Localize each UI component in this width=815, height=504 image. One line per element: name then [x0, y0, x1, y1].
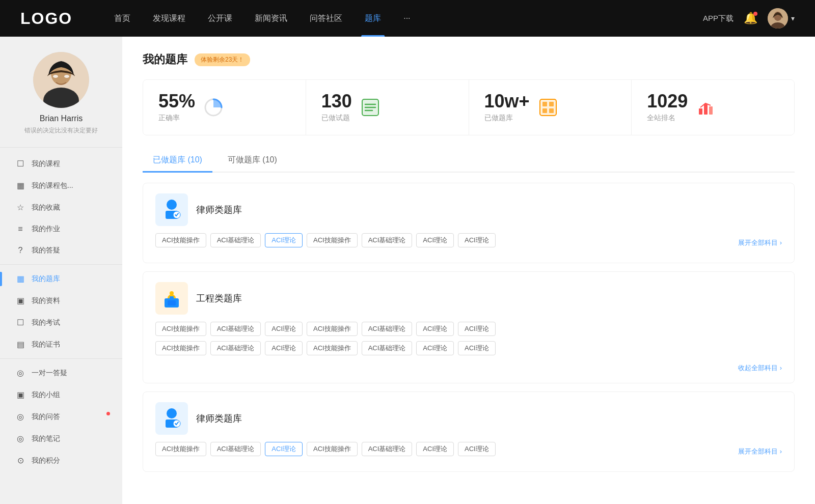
- questions-icon: ◎: [15, 412, 25, 422]
- bank-card-engineer1-header: 工程类题库: [155, 282, 782, 315]
- bank-engineer1-footer: 收起全部科目 ›: [155, 360, 782, 373]
- notification-bell[interactable]: 🔔: [744, 12, 757, 25]
- sidebar-item-group[interactable]: ▣ 我的小组: [0, 384, 122, 406]
- eng-tag2-1[interactable]: ACI基础理论: [210, 341, 261, 355]
- eng-tag2-3[interactable]: ACI技能操作: [307, 341, 358, 355]
- bank-tags-engineer1-row2: ACI技能操作 ACI基础理论 ACI理论 ACI技能操作 ACI基础理论 AC…: [155, 341, 782, 355]
- eng-tag-1[interactable]: ACI基础理论: [210, 322, 261, 336]
- nav-discover[interactable]: 发现课程: [142, 0, 197, 37]
- nav-questionbank[interactable]: 题库: [354, 0, 392, 37]
- bank-icon-engineer: [155, 282, 188, 315]
- sidebar-item-certificate[interactable]: ▤ 我的证书: [0, 333, 122, 355]
- course-icon: ☐: [15, 159, 25, 169]
- l2-tag-6[interactable]: ACI理论: [458, 442, 496, 456]
- bank-title-engineer1: 工程类题库: [196, 292, 242, 304]
- eng-tag-5[interactable]: ACI理论: [416, 322, 454, 336]
- eng-tag-6[interactable]: ACI理论: [458, 322, 496, 336]
- tabs-row: 已做题库 (10) 可做题库 (10): [143, 150, 795, 173]
- eng-tag2-0[interactable]: ACI技能操作: [155, 341, 206, 355]
- bank-tags-lawyer2: ACI技能操作 ACI基础理论 ACI理论 ACI技能操作 ACI基础理论 AC…: [155, 442, 738, 456]
- group-icon: ▣: [15, 390, 25, 400]
- profile-motto: 错误的决定比没有决定要好: [24, 126, 98, 135]
- sidebar-item-favorites[interactable]: ☆ 我的收藏: [0, 197, 122, 218]
- eng-tag2-2[interactable]: ACI理论: [265, 341, 303, 355]
- l2-tag-4[interactable]: ACI基础理论: [362, 442, 413, 456]
- homework-icon: ≡: [15, 225, 25, 234]
- sidebar-item-materials[interactable]: ▣ 我的资料: [0, 290, 122, 312]
- sidebar-item-questions[interactable]: ◎ 我的问答: [0, 406, 122, 428]
- tab-available-banks[interactable]: 可做题库 (10): [218, 150, 287, 172]
- sidebar-item-points[interactable]: ⊙ 我的积分: [0, 450, 122, 471]
- eng-tag2-4[interactable]: ACI基础理论: [362, 341, 413, 355]
- sidebar-item-exam[interactable]: ☐ 我的考试: [0, 312, 122, 333]
- l2-tag-3[interactable]: ACI技能操作: [307, 442, 358, 456]
- sidebar-item-qa[interactable]: ? 我的答疑: [0, 240, 122, 261]
- expand-lawyer2[interactable]: 展开全部科目 ›: [738, 447, 782, 456]
- sidebar-item-1on1[interactable]: ◎ 一对一答疑: [0, 362, 122, 384]
- l2-tag-2[interactable]: ACI理论: [265, 442, 303, 456]
- tag-6[interactable]: ACI理论: [458, 233, 496, 247]
- sidebar-item-course[interactable]: ☐ 我的课程: [0, 153, 122, 175]
- tab-done-banks[interactable]: 已做题库 (10): [143, 150, 212, 172]
- svg-rect-19: [542, 108, 547, 113]
- bank-tags-engineer1-row1: ACI技能操作 ACI基础理论 ACI理论 ACI技能操作 ACI基础理论 AC…: [155, 322, 782, 336]
- eng-tag-3[interactable]: ACI技能操作: [307, 322, 358, 336]
- course-pkg-icon: ▦: [15, 181, 25, 190]
- l2-tag-0[interactable]: ACI技能操作: [155, 442, 206, 456]
- eng-tag-2[interactable]: ACI理论: [265, 322, 303, 336]
- sidebar-item-homework[interactable]: ≡ 我的作业: [0, 218, 122, 240]
- nav-more[interactable]: ···: [392, 0, 421, 37]
- nav-qa[interactable]: 问答社区: [298, 0, 354, 37]
- bank-icon-lawyer: [155, 193, 188, 226]
- qa-icon: ?: [15, 246, 25, 255]
- svg-rect-15: [540, 99, 556, 116]
- eng-tag-4[interactable]: ACI基础理论: [362, 322, 413, 336]
- profile-section: Brian Harris 错误的决定比没有决定要好: [0, 52, 122, 148]
- nav-home[interactable]: 首页: [103, 0, 142, 37]
- tag-3[interactable]: ACI技能操作: [307, 233, 358, 247]
- tag-4[interactable]: ACI基础理论: [362, 233, 413, 247]
- expand-lawyer1[interactable]: 展开全部科目 ›: [738, 238, 782, 247]
- eng-tag2-5[interactable]: ACI理论: [416, 341, 454, 355]
- done-questions-icon: [360, 97, 381, 118]
- sidebar-item-notes[interactable]: ◎ 我的笔记: [0, 428, 122, 450]
- profile-name: Brian Harris: [40, 114, 83, 123]
- done-banks-label: 已做题库: [484, 114, 530, 123]
- main-layout: Brian Harris 错误的决定比没有决定要好 ☐ 我的课程 ▦ 我的课程包…: [0, 37, 815, 504]
- certificate-icon: ▤: [15, 340, 25, 349]
- tag-5[interactable]: ACI理论: [416, 233, 454, 247]
- sidebar-item-course-pkg[interactable]: ▦ 我的课程包...: [0, 175, 122, 197]
- nav-menu: 首页 发现课程 公开课 新闻资讯 问答社区 题库 ···: [103, 0, 703, 37]
- tag-1[interactable]: ACI基础理论: [210, 233, 261, 247]
- app-download-button[interactable]: APP下载: [703, 14, 734, 23]
- profile-avatar: [33, 52, 89, 108]
- l2-tag-5[interactable]: ACI理论: [416, 442, 454, 456]
- bank-card-lawyer1-header: 律师类题库: [155, 193, 782, 226]
- svg-rect-17: [542, 102, 547, 106]
- svg-rect-30: [168, 300, 176, 305]
- materials-icon: ▣: [15, 296, 25, 305]
- pie-chart-icon: [204, 98, 223, 117]
- eng-tag2-6[interactable]: ACI理论: [458, 341, 496, 355]
- done-banks-value: 10w+: [484, 92, 530, 110]
- svg-point-31: [167, 408, 177, 418]
- menu-divider-2: [0, 358, 122, 359]
- nav-opencourse[interactable]: 公开课: [197, 0, 243, 37]
- tag-0[interactable]: ACI技能操作: [155, 233, 206, 247]
- bank-card-lawyer2-header: 律师类题库: [155, 402, 782, 435]
- svg-point-29: [170, 291, 174, 295]
- bank-list: 律师类题库 ACI技能操作 ACI基础理论 ACI理论 ACI技能操作 ACI基…: [143, 183, 795, 480]
- bank-card-lawyer1: 律师类题库 ACI技能操作 ACI基础理论 ACI理论 ACI技能操作 ACI基…: [143, 183, 795, 263]
- nav-news[interactable]: 新闻资讯: [243, 0, 298, 37]
- stat-ranking: 1029 全站排名: [632, 80, 794, 135]
- tag-2[interactable]: ACI理论: [265, 233, 303, 247]
- navbar: LOGO 首页 发现课程 公开课 新闻资讯 问答社区 题库 ··· APP下载 …: [0, 0, 815, 37]
- user-avatar-menu[interactable]: ▾: [768, 8, 795, 29]
- l2-tag-1[interactable]: ACI基础理论: [210, 442, 261, 456]
- eng-tag-0[interactable]: ACI技能操作: [155, 322, 206, 336]
- collapse-engineer1[interactable]: 收起全部科目 ›: [738, 363, 782, 373]
- questions-dot: [106, 412, 110, 415]
- done-banks-icon: [538, 97, 558, 118]
- sidebar-item-questionbank[interactable]: ▦ 我的题库: [0, 268, 122, 290]
- main-content: 我的题库 体验剩余23天！ 55% 正确率: [122, 37, 815, 504]
